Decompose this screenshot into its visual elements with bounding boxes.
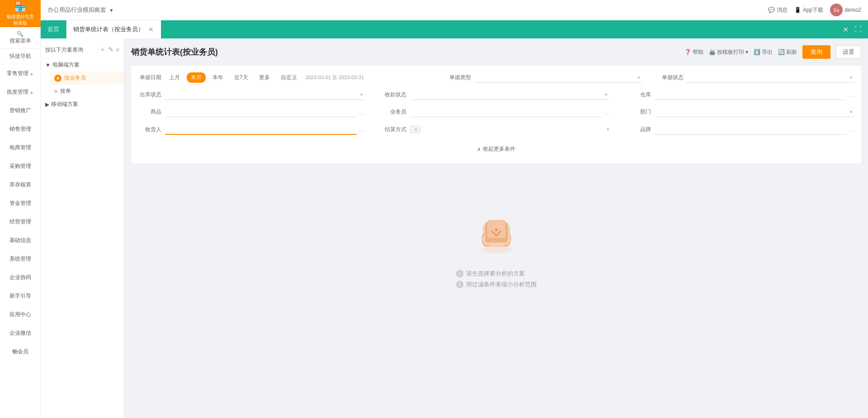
desktop-scheme[interactable]: ▼ 电脑端方案 (41, 58, 124, 71)
sidebar-item-basic[interactable]: 基础信息 (0, 231, 40, 250)
sidebar-item-wholesale[interactable]: 批发管理 ▲ (0, 83, 40, 101)
sidebar-search[interactable]: 🔍 搜索菜单 (0, 27, 41, 49)
sidebar-item-sales-label: 销售管理 (9, 126, 31, 132)
filter-doc-status-field: 单据状态 ▾ (660, 73, 854, 83)
tip-num-2: 2 (456, 281, 463, 288)
sidebar-item-inventory[interactable]: 库存核算 (0, 176, 40, 194)
sidebar-item-retail[interactable]: 零售管理 ▲ (0, 64, 40, 83)
date-btn-custom[interactable]: 自定义 (277, 72, 301, 83)
logo-subtext: 标准版 (14, 20, 27, 26)
tab-close-btn[interactable]: ✕ (148, 26, 154, 33)
warehouse-label: 仓库 (627, 91, 651, 99)
department-select[interactable]: ▾ (655, 107, 854, 117)
sidebar-item-finance[interactable]: 资金管理 (0, 194, 40, 213)
sidebar-item-purchase[interactable]: 采购管理 (0, 157, 40, 176)
sidebar-item-appscenter[interactable]: 应用中心 (0, 305, 40, 324)
refresh-btn[interactable]: 🔄 刷新 (778, 48, 797, 56)
delivery-arrow: ▾ (360, 92, 363, 98)
sidebar-item-newbie-label: 新手引导 (9, 293, 31, 299)
consignee-input[interactable] (165, 124, 357, 135)
sidebar-quick-nav[interactable]: 快捷导航 (0, 49, 41, 64)
settings-btn[interactable]: 设置 (836, 45, 861, 59)
warehouse-dots[interactable]: … (848, 91, 854, 99)
sidebar-item-sales[interactable]: 销售管理 (0, 120, 40, 138)
delivery-select[interactable]: ▾ (165, 90, 365, 100)
collapse-bar[interactable]: ∧ 收起更多条件 (138, 142, 854, 157)
add-scheme-btn[interactable]: ＋ (99, 46, 106, 54)
sidebar-item-enterprise-wechat-label: 企业微信 (9, 330, 31, 336)
print-arrow-icon: ▾ (745, 49, 748, 55)
template-print-label: 按模板打印 (717, 48, 744, 56)
sidebar-menu-items: 零售管理 ▲ 批发管理 ▲ 营销推广 销售管理 电商管理 采购管理 库存核算 资… (0, 64, 40, 418)
mobile-scheme-arrow: ▶ (45, 101, 49, 108)
breadcrumb-arrow[interactable]: ▾ (110, 7, 113, 14)
export-label: 导出 (762, 48, 773, 56)
sidebar-item-operations[interactable]: 经营管理 (0, 213, 40, 231)
department-label: 部门 (627, 108, 651, 116)
sidebar-item-member[interactable]: 畅会员 (0, 342, 40, 361)
top-header: 办公用品行业模拟账套 ▾ 💬 消息 📱 App下载 Ea demo2 (41, 0, 868, 20)
date-btn-more[interactable]: 更多 (255, 72, 274, 83)
sidebar-item-marketing[interactable]: 营销推广 (0, 101, 40, 120)
salesperson-label: 业务员 (383, 108, 406, 116)
salesperson-input[interactable] (410, 107, 602, 117)
sidebar-item-ecommerce[interactable]: 电商管理 (0, 138, 40, 157)
date-btn-last-month[interactable]: 上月 (165, 72, 184, 83)
sidebar-item-enterprise-wechat[interactable]: 企业微信 (0, 324, 40, 342)
sidebar-item-marketing-label: 营销推广 (9, 107, 31, 114)
payment-select[interactable]: ▾ (410, 90, 610, 100)
salesperson-dots[interactable]: … (603, 109, 609, 116)
tip-num-1: 1 (456, 270, 463, 277)
doc-status-select[interactable]: ▾ (687, 73, 854, 83)
tab-close-all-btn[interactable]: ✕ (841, 24, 850, 36)
tab-home-label: 首页 (47, 25, 59, 33)
user-profile[interactable]: Ea demo2 (830, 4, 861, 16)
tab-sales-stats[interactable]: 销货单统计表（按业务员） ✕ (66, 20, 161, 38)
logo-text: 畅捷通好生意 (7, 14, 34, 20)
scheme-order-icon: ≡ (54, 88, 57, 95)
app-download-btn[interactable]: 📱 App下载 (794, 6, 823, 14)
tab-expand-btn[interactable]: ⛶ (853, 24, 863, 35)
message-btn[interactable]: 💬 消息 (768, 6, 788, 14)
main-area: 办公用品行业模拟账套 ▾ 💬 消息 📱 App下载 Ea demo2 首页 (41, 0, 868, 418)
sidebar-item-enterprise[interactable]: 企业协同 (0, 268, 40, 287)
sidebar-item-member-label: 畅会员 (12, 348, 28, 355)
refresh-label: 刷新 (786, 48, 797, 56)
filter-settlement-field: 结算方式 × ▾ (383, 126, 610, 133)
brand-input[interactable] (655, 124, 846, 135)
brand-dots[interactable]: … (848, 126, 854, 133)
goods-input[interactable] (165, 107, 357, 117)
warehouse-input[interactable] (655, 90, 846, 100)
collapse-panel-btn[interactable]: « (116, 46, 119, 54)
sidebar-item-system[interactable]: 系统管理 (0, 250, 40, 268)
help-btn[interactable]: ❓ 帮助 (684, 48, 703, 56)
export-btn[interactable]: ⬇️ 导出 (754, 48, 773, 56)
sidebar-item-inventory-label: 库存核算 (9, 181, 31, 188)
filter-row-3: 商品 … 业务员 … 部门 (138, 107, 854, 117)
help-icon: ❓ (684, 49, 691, 55)
date-label: 单据日期 (138, 74, 161, 81)
sidebar-item-newbie[interactable]: 新手引导 (0, 287, 40, 305)
desktop-scheme-items: ● 按业务员 ≡ 按单 (41, 71, 124, 98)
date-btn-last-7-days[interactable]: 近7天 (230, 72, 252, 83)
consignee-dots[interactable]: … (359, 126, 365, 133)
template-print-btn[interactable]: 🖨️ 按模板打印 ▾ (709, 48, 748, 56)
scheme-by-order[interactable]: ≡ 按单 (50, 85, 124, 98)
left-panel-header: 按以下方案查询 ＋ ✎ « (41, 43, 124, 58)
edit-scheme-btn[interactable]: ✎ (108, 46, 113, 54)
tab-home[interactable]: 首页 (41, 20, 66, 38)
query-btn[interactable]: 查询 (802, 45, 830, 59)
app-logo[interactable]: 🏪 畅捷通好生意 标准版 (0, 0, 41, 27)
scheme-by-salesperson[interactable]: ● 按业务员 (50, 71, 124, 85)
date-btn-this-month[interactable]: 本月 (187, 72, 206, 83)
desktop-scheme-arrow: ▼ (45, 62, 51, 68)
mobile-scheme[interactable]: ▶ 移动端方案 (41, 98, 124, 111)
sidebar-item-system-label: 系统管理 (9, 256, 31, 262)
scheme-active-dot: ● (54, 75, 61, 82)
doc-type-select[interactable]: ▾ (475, 73, 642, 83)
filter-row-1: 单据日期 上月 本月 本年 近7天 更多 自定义 2023-03-01 至 20… (138, 72, 854, 83)
goods-dots[interactable]: … (359, 109, 365, 116)
empty-state: 1 请先选择要分析的方案 2 用过滤条件来缩小分析范围 (131, 170, 861, 328)
date-btn-this-year[interactable]: 本年 (208, 72, 227, 83)
settlement-tag-clear[interactable]: × (415, 127, 417, 132)
